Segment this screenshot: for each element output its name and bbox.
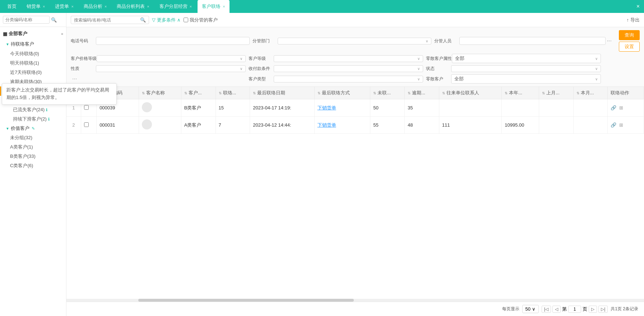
sidebar-section-pending[interactable]: ▼ 待联络客户	[0, 39, 66, 49]
dots-icon[interactable]: ···	[606, 38, 613, 44]
filter-select-dept[interactable]: ∨	[278, 38, 431, 44]
page-input[interactable]	[568, 306, 581, 313]
close-icon[interactable]: ×	[147, 4, 149, 9]
sort-icon[interactable]: ⇅	[576, 91, 579, 95]
sort-icon[interactable]: ⇅	[318, 91, 320, 95]
close-icon[interactable]: ×	[223, 4, 225, 9]
filter-cell-sparse-customer: 零散客户 全部 ∨	[426, 74, 601, 84]
nav-customer-contact[interactable]: 客户联络 ×	[198, 0, 229, 13]
sidebar-item-b-class[interactable]: B类客户(33)	[0, 152, 66, 161]
sort-icon[interactable]: ⇅	[253, 91, 256, 95]
sort-icon[interactable]: ⇅	[219, 91, 222, 95]
nav-sales[interactable]: 销货单 ×	[22, 0, 49, 13]
sort-icon[interactable]: ⇅	[184, 91, 187, 95]
main-layout: 🔍 ▦ 全部客户 « ▼ 待联络客户 今天待联络(0) 明天待联络(1) 近7天…	[0, 13, 644, 316]
more-conditions-btn[interactable]: ▽ 更多条件 ∧	[152, 17, 181, 23]
filter-select-status[interactable]: ∨	[451, 65, 601, 72]
export-button[interactable]: ↑ 导出	[627, 17, 640, 23]
sort-icon[interactable]: ⇅	[442, 91, 445, 95]
filter-select-nature[interactable]: ∨	[96, 65, 246, 72]
link-icon[interactable]: 🔗	[611, 105, 616, 110]
info-icon-churned[interactable]: ℹ	[46, 108, 47, 112]
filter-input-person[interactable]	[459, 37, 606, 45]
chevron-down-icon: ∨	[595, 57, 598, 61]
sort-icon[interactable]: ⇅	[542, 91, 545, 95]
info-icon-declining[interactable]: ℹ	[48, 117, 50, 122]
sidebar-search-icon[interactable]: 🔍	[51, 17, 57, 23]
grid-icon[interactable]: ⊞	[619, 122, 623, 128]
filter-select-price-level[interactable]: ∨	[97, 55, 246, 62]
prev-page-btn[interactable]: ◁	[552, 306, 561, 313]
row-select-1[interactable]	[84, 105, 89, 110]
horizontal-scrollbar[interactable]	[66, 299, 644, 302]
tooltip-box: 距客户上次交易时长，超过了此客户的平均交易周期的1.5倍，则视为异常。	[2, 83, 117, 105]
query-button[interactable]: 查询	[619, 30, 640, 40]
nav-product-analysis[interactable]: 商品分析 ×	[79, 0, 111, 13]
close-all-tabs[interactable]: ×	[636, 3, 640, 10]
my-customer-check[interactable]	[184, 18, 188, 22]
sidebar-section-value[interactable]: ▼ 价值客户 ✎	[0, 124, 66, 133]
chevron-down-icon: ∨	[417, 57, 420, 61]
export-icon: ↑	[627, 17, 629, 23]
sidebar-item-churned[interactable]: 已流失客户(24) ℹ	[0, 105, 66, 114]
filter-select-customer-type[interactable]: ∨	[274, 76, 423, 82]
sidebar-item-a-class[interactable]: A类客户(1)	[0, 142, 66, 152]
row-select-2[interactable]	[84, 122, 89, 127]
sort-icon[interactable]: ⇅	[373, 91, 376, 95]
filter-label-status: 状态	[426, 66, 451, 72]
close-icon[interactable]: ×	[71, 4, 73, 9]
sort-icon[interactable]: ⇅	[505, 91, 508, 95]
filter-input-phone[interactable]	[96, 37, 250, 45]
sidebar-item-declining[interactable]: 持续下滑客户(2) ℹ	[0, 114, 66, 124]
collapse-icon[interactable]: «	[61, 32, 63, 36]
search-input[interactable]	[74, 18, 139, 23]
sidebar-all-customers[interactable]: ▦ 全部客户 «	[0, 28, 66, 39]
close-icon[interactable]: ×	[190, 4, 192, 9]
link-icon[interactable]: 🔗	[611, 122, 616, 128]
per-page-select[interactable]: 50 ∨	[522, 305, 539, 313]
top-nav: 首页 销货单 × 进货单 × 商品分析 × 商品分析列表 × 客户分层经营 × …	[0, 0, 644, 13]
nav-product-analysis-list[interactable]: 商品分析列表 ×	[112, 0, 153, 13]
scrollbar-thumb[interactable]	[138, 299, 354, 302]
table-row: 2 000031 A类客户 7 2023-04-12 14:44: 下销货单 5…	[66, 117, 644, 134]
close-icon[interactable]: ×	[43, 4, 45, 9]
settings-button[interactable]: 设置	[619, 42, 640, 52]
row-checkbox-2[interactable]	[81, 117, 97, 134]
last-page-btn[interactable]: ▷|	[598, 306, 608, 313]
sort-icon[interactable]: ⇅	[408, 91, 411, 95]
row-uncontacted-1: 50	[370, 99, 405, 117]
table-area: ⚙ ⇅ 客户编码 ⇅	[66, 87, 644, 299]
sidebar-item-c-class[interactable]: C类客户(6)	[0, 161, 66, 170]
row-last-method-2[interactable]: 下销货单	[314, 117, 370, 134]
nav-customer-tier[interactable]: 客户分层经营 ×	[155, 0, 196, 13]
adv-filter: 电话号码 分管部门 ∨ 分管人员 ··· 查询 设置	[66, 27, 644, 87]
sidebar-item-tomorrow[interactable]: 明天待联络(1)	[0, 58, 66, 68]
first-page-btn[interactable]: |◁	[542, 306, 551, 313]
filter-select-sparse-customer[interactable]: 全部 ∨	[451, 74, 601, 84]
close-icon[interactable]: ×	[105, 4, 107, 9]
filter-select-sparse-attr[interactable]: 全部 ∨	[452, 54, 601, 63]
next-page-btn[interactable]: ▷	[589, 306, 597, 313]
edit-icon[interactable]: ✎	[32, 126, 35, 131]
adv-filter-row-4: ··· 客户类型 ∨ 零散客户 全部 ∨	[71, 74, 640, 84]
sidebar-item-7days[interactable]: 近7天待联络(0)	[0, 68, 66, 77]
row-action-2: 🔗 ⊞	[608, 117, 644, 134]
sidebar-search-input[interactable]	[3, 16, 50, 24]
nav-home[interactable]: 首页	[3, 0, 21, 13]
more-dots[interactable]: ···	[71, 76, 78, 82]
sidebar-item-today[interactable]: 今天待联络(0)	[0, 49, 66, 58]
grid-icon[interactable]: ⊞	[619, 105, 623, 110]
search-icon[interactable]: 🔍	[140, 17, 146, 23]
filter-select-customer-level[interactable]: ∨	[274, 55, 423, 62]
my-customer-checkbox[interactable]: 我分管的客户	[184, 17, 218, 23]
sidebar-item-unclassified[interactable]: 未分组(32)	[0, 133, 66, 142]
per-page-label: 每页显示	[502, 306, 519, 312]
row-last-date-2: 2023-04-12 14:44:	[250, 117, 314, 134]
sort-icon[interactable]: ⇅	[142, 91, 145, 95]
row-last-method-1[interactable]: 下销货单	[314, 99, 370, 117]
nav-purchase[interactable]: 进货单 ×	[51, 0, 78, 13]
row-this-month-2	[573, 117, 608, 134]
page-label: 第	[562, 306, 567, 312]
filter-select-payment[interactable]: ∨	[274, 65, 423, 72]
chevron-down-icon: ∨	[595, 67, 598, 71]
